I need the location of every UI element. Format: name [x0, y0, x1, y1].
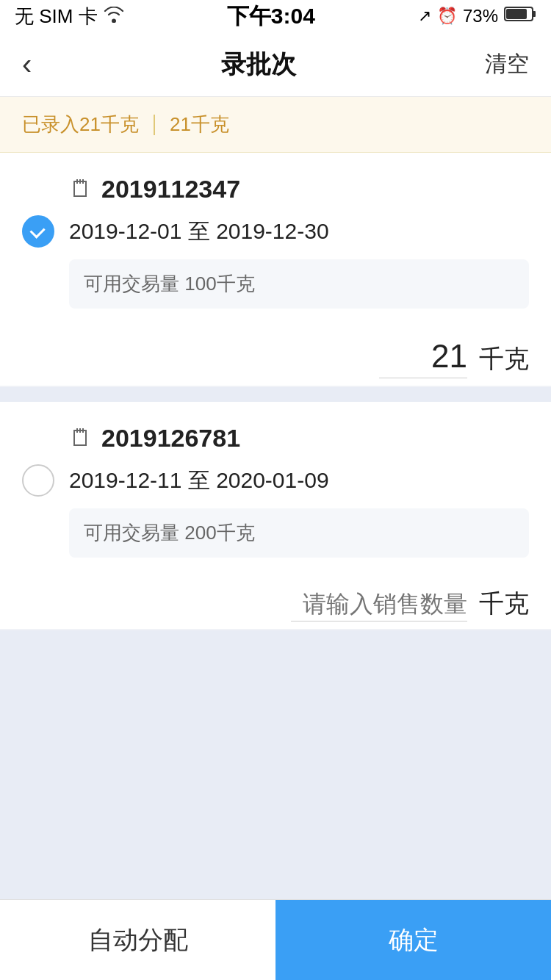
batch-1-date: 2019-12-01 至 2019-12-30 — [69, 217, 329, 247]
batch-1-input-wrapper — [379, 338, 467, 378]
batch-2-available: 可用交易量 200千克 — [69, 508, 529, 558]
info-value: 21千克 — [170, 112, 229, 137]
batch-1-quantity-input[interactable] — [379, 338, 467, 375]
batch-2-unit: 千克 — [479, 587, 529, 621]
carrier-text: 无 SIM 卡 — [15, 4, 98, 29]
batch-2-input-wrapper — [262, 591, 467, 621]
batch-2-quantity-input[interactable] — [262, 591, 467, 618]
batch-card-1: 🗒 2019112347 2019-12-01 至 2019-12-30 可用交… — [0, 153, 551, 386]
batch-1-id: 2019112347 — [101, 175, 240, 203]
status-left: 无 SIM 卡 — [15, 4, 124, 29]
confirm-button[interactable]: 确定 — [276, 900, 551, 980]
nav-bar: ‹ 录批次 清空 — [0, 32, 551, 97]
batch-2-underline — [291, 621, 467, 621]
back-button[interactable]: ‹ — [22, 48, 32, 81]
location-icon: ↗ — [418, 7, 431, 26]
batch-1-id-row: 🗒 2019112347 — [22, 175, 529, 203]
section-divider — [0, 387, 551, 402]
svg-rect-1 — [533, 11, 536, 17]
info-banner: 已录入21千克 21千克 — [0, 97, 551, 153]
batch-2-radio[interactable] — [22, 464, 54, 497]
alarm-icon: ⏰ — [437, 7, 457, 26]
batch-1-radio[interactable] — [22, 215, 54, 248]
main-content: 🗒 2019112347 2019-12-01 至 2019-12-30 可用交… — [0, 153, 551, 980]
batch-2-id-row: 🗒 2019126781 — [22, 424, 529, 453]
batch-1-date-row: 2019-12-01 至 2019-12-30 — [22, 215, 529, 248]
status-bar: 无 SIM 卡 下午3:04 ↗ ⏰ 73% — [0, 0, 551, 32]
wifi-icon — [104, 5, 124, 28]
batch-2-id: 2019126781 — [101, 424, 240, 453]
battery-icon — [504, 6, 536, 26]
svg-rect-2 — [506, 9, 527, 19]
info-divider — [154, 115, 155, 135]
batch-2-icon: 🗒 — [69, 425, 93, 452]
batch-card-1-inner: 🗒 2019112347 2019-12-01 至 2019-12-30 可用交… — [0, 153, 551, 323]
empty-area — [0, 630, 551, 924]
bottom-bar: 自动分配 确定 — [0, 899, 551, 980]
batch-2-quantity-row: 千克 — [0, 572, 551, 629]
recorded-label: 已录入21千克 — [22, 112, 139, 137]
batch-card-2: 🗒 2019126781 2019-12-11 至 2020-01-09 可用交… — [0, 402, 551, 629]
clear-button[interactable]: 清空 — [485, 49, 529, 79]
batch-card-2-inner: 🗒 2019126781 2019-12-11 至 2020-01-09 可用交… — [0, 402, 551, 572]
battery-text: 73% — [463, 6, 498, 26]
batch-1-underline — [379, 378, 467, 378]
auto-distribute-button[interactable]: 自动分配 — [0, 900, 276, 980]
batch-2-date-row: 2019-12-11 至 2020-01-09 — [22, 464, 529, 497]
status-time: 下午3:04 — [227, 1, 315, 32]
status-right: ↗ ⏰ 73% — [418, 6, 536, 26]
batch-1-icon: 🗒 — [69, 176, 93, 203]
batch-1-unit: 千克 — [479, 342, 529, 376]
batch-1-quantity-row: 千克 — [0, 323, 551, 386]
batch-1-available: 可用交易量 100千克 — [69, 259, 529, 309]
batch-2-date: 2019-12-11 至 2020-01-09 — [69, 466, 329, 496]
page-title: 录批次 — [221, 48, 296, 82]
